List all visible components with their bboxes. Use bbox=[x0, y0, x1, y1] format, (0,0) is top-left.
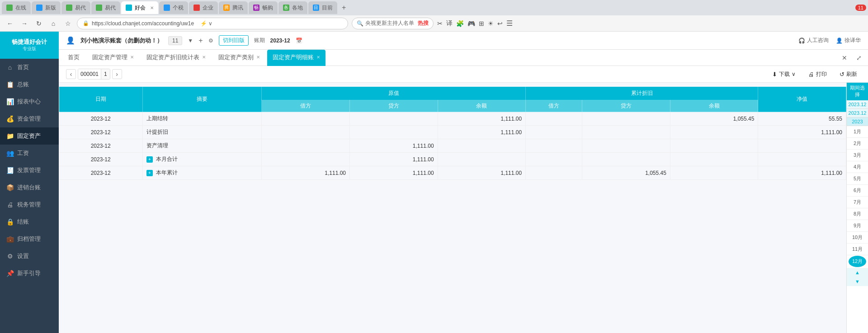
row4-orig-debit bbox=[262, 153, 350, 166]
next-page-btn[interactable]: › bbox=[112, 69, 122, 79]
brightness-icon: ☀ bbox=[488, 20, 494, 27]
browser-tab-qiye[interactable]: 企业 bbox=[189, 1, 218, 14]
period-month-2[interactable]: 2月 bbox=[847, 138, 868, 150]
browser-tab-chang[interactable]: 畅 畅购 bbox=[249, 1, 278, 14]
row4-acc-debit bbox=[526, 153, 582, 166]
fixed-assets-icon: 📁 bbox=[6, 132, 14, 140]
period-year-label: 2023 bbox=[847, 117, 868, 126]
row3-net-value bbox=[758, 139, 846, 153]
sidebar-item-fixed-assets[interactable]: 📁 固定资产 bbox=[0, 127, 59, 145]
period-month-6[interactable]: 6月 bbox=[847, 185, 868, 197]
close-asset-category-tab[interactable]: ✕ bbox=[256, 55, 260, 60]
forward-button[interactable]: → bbox=[19, 18, 30, 29]
search-bar[interactable]: 🔍 央视更新主持人名单 热搜 bbox=[352, 18, 434, 29]
settings-small-icon[interactable]: ⚙ bbox=[208, 38, 213, 44]
table-row[interactable]: 2023-12 计提折旧 1,111.00 1,111.00 bbox=[59, 126, 846, 139]
col-orig-debit: 借方 bbox=[262, 100, 350, 112]
sidebar-item-ledger[interactable]: 📋 总账 bbox=[0, 76, 59, 93]
tab-favicon-qiye bbox=[193, 5, 200, 11]
reports-icon: 📊 bbox=[6, 98, 14, 105]
tab-close-all-btn[interactable]: ✕ bbox=[839, 52, 850, 63]
row2-orig-debit bbox=[262, 126, 350, 139]
period-month-9[interactable]: 9月 bbox=[847, 220, 868, 232]
menu-icon[interactable]: ☰ bbox=[506, 19, 513, 28]
browser-tab-haohui[interactable]: 好会 ✕ bbox=[121, 1, 158, 14]
user-info[interactable]: 👤 徐译华 bbox=[836, 37, 861, 44]
browser-tab-tengxun[interactable]: 腾 腾讯 bbox=[219, 1, 248, 14]
sidebar-item-funds[interactable]: 💰 资金管理 bbox=[0, 110, 59, 127]
home-button[interactable]: ⌂ bbox=[48, 18, 59, 29]
browser-tab-yidai1[interactable]: 易代 bbox=[61, 1, 90, 14]
row2-summary: 计提折旧 bbox=[142, 126, 262, 139]
service-btn[interactable]: 🎧 人工咨询 bbox=[798, 37, 829, 44]
period-month-10[interactable]: 10月 bbox=[847, 232, 868, 244]
row1-acc-debit bbox=[526, 112, 582, 126]
period-month-4[interactable]: 4月 bbox=[847, 161, 868, 173]
browser-tab-muqian[interactable]: 目 目前 bbox=[308, 1, 337, 14]
sidebar-item-archive[interactable]: 💼 归档管理 bbox=[0, 230, 59, 248]
add-tab-button[interactable]: + bbox=[338, 4, 349, 12]
sidebar-item-guide[interactable]: 📌 新手引导 bbox=[0, 265, 59, 282]
row4-net-value bbox=[758, 153, 846, 166]
period-month-3[interactable]: 3月 bbox=[847, 150, 868, 161]
refresh-btn[interactable]: ↺ 刷新 bbox=[836, 69, 861, 80]
browser-tab-yidai2[interactable]: 易代 bbox=[91, 1, 120, 14]
sidebar-item-home[interactable]: ⌂ 首页 bbox=[0, 59, 59, 76]
period-month-11[interactable]: 11月 bbox=[847, 244, 868, 255]
undo-icon: ↩ bbox=[497, 20, 503, 27]
prev-page-btn[interactable]: ‹ bbox=[66, 69, 76, 79]
period-month-7[interactable]: 7月 bbox=[847, 197, 868, 208]
sidebar-item-purchase-sale[interactable]: 📦 进销台账 bbox=[0, 179, 59, 196]
tab-label-tengxun: 腾讯 bbox=[232, 4, 243, 12]
close-depreciation-tab[interactable]: ✕ bbox=[202, 55, 206, 60]
sidebar-item-close[interactable]: 🔒 结账 bbox=[0, 213, 59, 230]
period-month-1[interactable]: 1月 bbox=[847, 126, 868, 138]
table-row[interactable]: 2023-12 + 本年累计 1,111.00 1,111.00 1,111.0… bbox=[59, 166, 846, 180]
table-row[interactable]: 2023-12 + 本月合计 1,111.00 bbox=[59, 153, 846, 166]
sidebar-item-settings[interactable]: ⚙ 设置 bbox=[0, 248, 59, 265]
close-fixed-mgmt-tab[interactable]: ✕ bbox=[130, 55, 134, 60]
back-button[interactable]: ← bbox=[5, 18, 15, 29]
table-row[interactable]: 2023-12 资产清理 1,111.00 bbox=[59, 139, 846, 153]
browser-tab-gedi[interactable]: 各 各地 bbox=[278, 1, 307, 14]
tab-home[interactable]: 首页 bbox=[62, 50, 85, 66]
tab-fixed-mgmt[interactable]: 固定资产管理 ✕ bbox=[87, 50, 139, 66]
download-btn[interactable]: ⬇ 下载 ∨ bbox=[769, 69, 799, 80]
print-btn[interactable]: 🖨 打印 bbox=[805, 69, 830, 80]
add-company-btn[interactable]: + bbox=[198, 37, 203, 45]
browser-tab-new[interactable]: 新版 bbox=[32, 1, 61, 14]
sidebar-item-invoice[interactable]: 🧾 发票管理 bbox=[0, 162, 59, 179]
page-input[interactable] bbox=[78, 69, 101, 79]
page-number: 1 bbox=[101, 69, 110, 79]
game-icon: 🎮 bbox=[467, 20, 475, 27]
calendar-icon[interactable]: 📅 bbox=[296, 38, 302, 44]
period-scroll-down[interactable]: ▼ bbox=[847, 277, 868, 286]
refresh-icon: ↺ bbox=[840, 71, 844, 78]
tab-close-haohui[interactable]: ✕ bbox=[150, 5, 154, 10]
col-accumulated-depreciation: 累计折旧 bbox=[526, 87, 758, 100]
tab-expand-btn[interactable]: ⤢ bbox=[854, 52, 864, 63]
bookmark-button[interactable]: ☆ bbox=[62, 18, 73, 29]
table-row[interactable]: 2023-12 上期结转 1,111.00 1,055.45 55.55 bbox=[59, 112, 846, 126]
tab-asset-category[interactable]: 固定资产类别 ✕ bbox=[213, 50, 265, 66]
browser-tab-geshui[interactable]: 个税 bbox=[159, 1, 188, 14]
tab-favicon-new bbox=[36, 5, 42, 11]
sidebar-item-tax[interactable]: 🖨 税务管理 bbox=[0, 196, 59, 213]
sidebar-item-payroll[interactable]: 👥 工资 bbox=[0, 145, 59, 162]
browser-tab-online[interactable]: 在线 bbox=[2, 1, 31, 14]
row4-summary: + 本月合计 bbox=[142, 153, 262, 166]
period-month-5[interactable]: 5月 bbox=[847, 173, 868, 185]
reload-button[interactable]: ↻ bbox=[33, 18, 44, 29]
dropdown-icon[interactable]: ▼ bbox=[188, 38, 193, 44]
period-month-8[interactable]: 8月 bbox=[847, 208, 868, 220]
period-scroll-up[interactable]: ▲ bbox=[847, 268, 868, 277]
asset-detail-table: 日期 摘要 原值 累计折旧 净值 借方 贷方 余额 借方 贷方 余额 bbox=[59, 86, 846, 180]
tab-asset-detail[interactable]: 固定资产明细账 ✕ bbox=[267, 50, 326, 66]
sidebar-item-reports[interactable]: 📊 报表中心 bbox=[0, 93, 59, 110]
address-bar[interactable]: 🔒 https://cloud.chanjet.com/accounting/u… bbox=[77, 18, 348, 29]
close-asset-detail-tab[interactable]: ✕ bbox=[316, 55, 320, 60]
period-month-12[interactable]: 12月 bbox=[849, 256, 866, 267]
tab-depreciation-stats[interactable]: 固定资产折旧统计表 ✕ bbox=[141, 50, 211, 66]
switch-version-btn[interactable]: 切到旧版 bbox=[219, 35, 249, 46]
tab-favicon-yidai1 bbox=[66, 5, 72, 11]
